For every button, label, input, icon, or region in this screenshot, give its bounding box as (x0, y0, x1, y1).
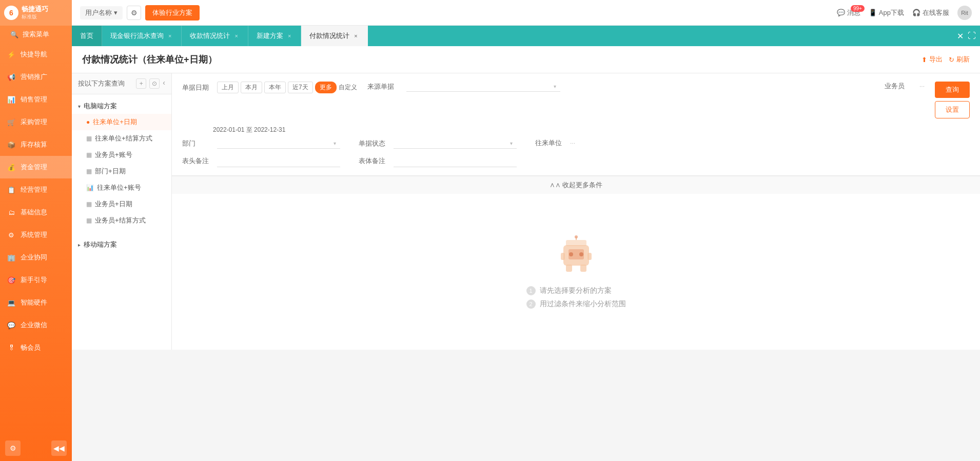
tab-home[interactable]: 首页 (72, 26, 102, 46)
sidebar-item-enterprise[interactable]: 🏢 企业协同 (0, 246, 72, 269)
payment-stats-close[interactable]: × (352, 32, 359, 39)
plan-item-label: 往来单位+日期 (93, 117, 137, 127)
tab-new-plan[interactable]: 新建方案 × (248, 26, 301, 46)
sidebar-item-hardware[interactable]: 💻 智能硬件 (0, 291, 72, 314)
plan-item-partner-settle[interactable]: ▦ 往来单位+结算方式 (72, 130, 171, 147)
message-btn[interactable]: 💬 消息 99+ (837, 8, 860, 17)
settings-gear-btn[interactable]: ⚙ (127, 6, 141, 20)
sidebar-nav: ⚡ 快捷导航 📢 营销推广 📊 销售管理 🛒 采购管理 📦 库存核算 💰 资金管… (0, 43, 72, 435)
sidebar-item-member[interactable]: 🎖 畅会员 (0, 336, 72, 359)
last-month-btn[interactable]: 上月 (217, 82, 239, 93)
sidebar-item-purchase[interactable]: 🛒 采购管理 (0, 111, 72, 133)
plan-settings-btn[interactable]: ⊙ (149, 78, 160, 89)
trial-btn[interactable]: 体验行业方案 (145, 5, 200, 21)
member-icon: 🎖 (6, 343, 16, 353)
sidebar-item-guide[interactable]: 🎯 新手引导 (0, 269, 72, 291)
dept-label: 部门 (182, 139, 213, 148)
export-btn[interactable]: ⬆ 导出 (922, 55, 943, 64)
hint-num-2: 2 (526, 299, 536, 309)
maximize-btn[interactable]: ⛶ (968, 31, 976, 41)
filter-section: 单据日期 上月 本月 本年 近7天 更多 自定义 (172, 73, 980, 176)
plan-item-dept-date[interactable]: ▦ 部门+日期 (72, 163, 171, 179)
settings-bottom-btn[interactable]: ⚙ (5, 440, 21, 456)
collapse-sidebar-btn[interactable]: ◀◀ (51, 440, 67, 456)
sidebar-item-finance[interactable]: 💰 资金管理 (0, 156, 72, 178)
headset-icon: 🎧 (912, 9, 920, 16)
tab-bank-flow[interactable]: 现金银行流水查询 × (102, 26, 182, 46)
user-selector[interactable]: 用户名称 ▾ (80, 6, 123, 19)
head-note-input[interactable] (217, 155, 340, 167)
system-icon: ⚙ (6, 230, 16, 240)
add-plan-btn[interactable]: + (136, 78, 146, 89)
plan-item-salesman-settle[interactable]: ▦ 业务员+结算方式 (72, 212, 171, 229)
panel-collapse-btn[interactable]: ‹ (163, 78, 165, 89)
pc-group-header[interactable]: ▾ 电脑端方案 (72, 98, 171, 114)
body-note-label: 表体备注 (359, 156, 389, 166)
tabs-bar: 首页 现金银行流水查询 × 收款情况统计 × 新建方案 × 付款情况统计 × ✕… (72, 26, 980, 46)
sidebar-item-inventory[interactable]: 📦 库存核算 (0, 133, 72, 156)
dept-select[interactable]: ▾ (217, 138, 340, 149)
search-menu[interactable]: 🔍 搜索菜单 (0, 26, 72, 43)
last7-btn[interactable]: 近7天 (288, 82, 313, 93)
search-menu-label: 搜索菜单 (23, 30, 49, 39)
close-tab-btn[interactable]: ✕ (957, 31, 964, 41)
collapse-conditions-btn[interactable]: ∧∧ 收起更多条件 (172, 176, 980, 194)
sidebar-item-wechat[interactable]: 💬 企业微信 (0, 314, 72, 336)
sidebar-item-system[interactable]: ⚙ 系统管理 (0, 224, 72, 246)
finance-icon: 💰 (6, 162, 16, 172)
collection-stats-close[interactable]: × (233, 32, 239, 39)
body-note-input[interactable] (394, 155, 517, 167)
sidebar-item-label: 营销推广 (21, 72, 47, 82)
phone-icon: 📱 (869, 9, 877, 16)
source-select[interactable]: ▾ (406, 82, 560, 92)
sidebar-item-label: 新手引导 (21, 275, 47, 285)
sidebar-item-sales[interactable]: 📊 销售管理 (0, 88, 72, 111)
logo-icon: 6 (4, 6, 18, 20)
new-plan-close[interactable]: × (286, 32, 292, 39)
dept-dropdown-icon: ▾ (334, 141, 336, 146)
export-label: 导出 (929, 55, 943, 64)
custom-btn[interactable]: 自定义 (339, 83, 357, 92)
quick-nav-icon: ⚡ (6, 49, 16, 59)
plan-item-salesman-date[interactable]: ▦ 业务员+日期 (72, 196, 171, 212)
search-icon: 🔍 (10, 31, 18, 38)
refresh-btn[interactable]: ↻ 刷新 (949, 55, 970, 64)
filter-row-2: 部门 ▾ 单据状态 ▾ (182, 138, 970, 149)
pc-plan-group: ▾ 电脑端方案 ● 往来单位+日期 ▦ 往来单位+结算方式 ▦ 业务员+账号 (72, 94, 171, 233)
tab-payment-stats[interactable]: 付款情况统计 × (301, 26, 367, 46)
plan-chart-icon5: ▦ (86, 217, 92, 224)
avatar[interactable]: Rit (957, 6, 972, 20)
left-panel-header: 按以下方案查询 + ⊙ ‹ (72, 73, 171, 94)
query-btn[interactable]: 查询 (935, 82, 970, 98)
page-content: 付款情况统计（往来单位+日期） ⬆ 导出 ↻ 刷新 按以下方案查询 + (72, 46, 980, 461)
svg-rect-5 (587, 253, 592, 260)
this-year-btn[interactable]: 本年 (264, 82, 286, 93)
plan-item-partner-date[interactable]: ● 往来单位+日期 (72, 114, 171, 130)
setting-btn[interactable]: 设置 (935, 101, 970, 118)
status-select[interactable]: ▾ (394, 138, 517, 149)
sidebar-item-quick-nav[interactable]: ⚡ 快捷导航 (0, 43, 72, 66)
online-service-btn[interactable]: 🎧 在线客服 (912, 8, 949, 17)
payment-stats-label: 付款情况统计 (309, 31, 349, 41)
sidebar-item-basic[interactable]: 🗂 基础信息 (0, 201, 72, 224)
bank-flow-close[interactable]: × (167, 32, 173, 39)
app-download-btn[interactable]: 📱 App下载 (869, 8, 904, 17)
plan-item-partner-account[interactable]: 📊 往来单位+账号 (72, 179, 171, 196)
empty-hint: 1 请先选择要分析的方案 2 用过滤条件来缩小分析范围 (526, 286, 626, 309)
sidebar-item-operations[interactable]: 📋 经营管理 (0, 178, 72, 201)
export-icon: ⬆ (922, 56, 927, 64)
hint-num-1: 1 (526, 286, 536, 295)
plan-item-salesman-account[interactable]: ▦ 业务员+账号 (72, 147, 171, 163)
filter-date-item: 单据日期 上月 本月 本年 近7天 更多 自定义 (182, 82, 357, 93)
more-btn[interactable]: 更多 (315, 82, 337, 93)
panel-actions: + ⊙ ‹ (136, 78, 165, 89)
this-month-btn[interactable]: 本月 (241, 82, 262, 93)
sidebar-item-marketing[interactable]: 📢 营销推广 (0, 66, 72, 88)
tab-collection-stats[interactable]: 收款情况统计 × (182, 26, 248, 46)
mobile-group-arrow: ▸ (78, 242, 81, 248)
sidebar: 6 畅捷通巧 标准版 🔍 搜索菜单 ⚡ 快捷导航 📢 营销推广 📊 销售管理 🛒… (0, 0, 72, 461)
filter-query-actions: 查询 设置 (935, 82, 970, 118)
collection-stats-label: 收款情况统计 (190, 31, 230, 41)
plan-bar-icon: 📊 (86, 184, 94, 191)
mobile-group-header[interactable]: ▸ 移动端方案 (72, 237, 171, 252)
